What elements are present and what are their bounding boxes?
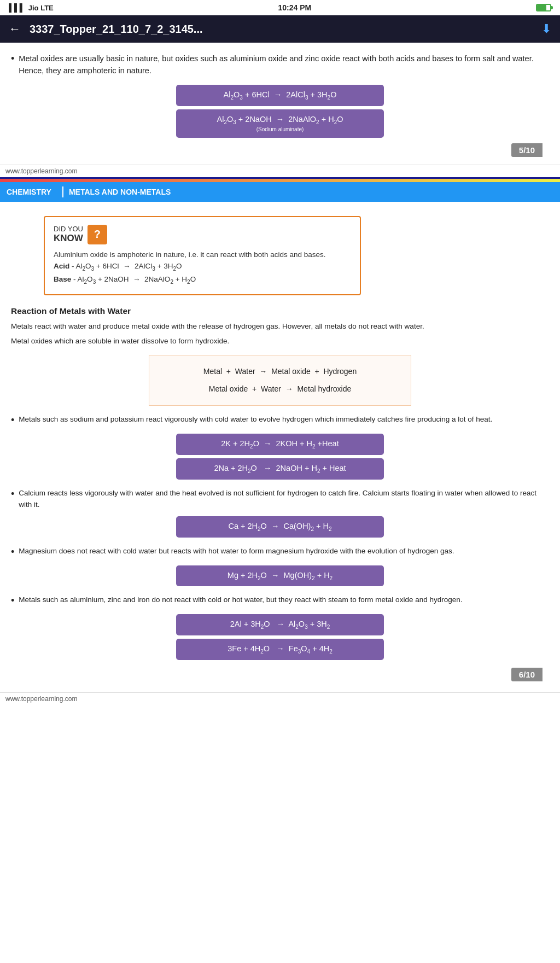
did-you-know-box: DID YOU KNOW ? Aluminium oxide is amphot… [44,216,361,295]
reaction-row-1-text: Metal + Water → Metal oxide + Hydrogen [203,364,357,379]
document-title: 3337_Topper_21_110_7_2_3145... [30,23,533,36]
bullet-dot-3: • [11,544,14,560]
equation-box-1: Al2O3 + 6HCl → 2AlCl3 + 3H2O [176,85,384,106]
chapter-subject: CHEMISTRY [7,188,57,196]
page-number-2: 6/10 [511,668,542,681]
dyk-question-icon: ? [88,225,107,244]
bullet-dot-2: • [11,486,14,511]
bullet-text-4: Metals such as aluminium, zinc and iron … [19,594,462,609]
equation-mg: Mg + 2H2O → Mg(OH)2 + H2 [176,565,384,587]
bullet-section-1: • Metals such as sodium and potassium re… [11,413,549,428]
dyk-header: DID YOU KNOW ? [54,225,351,244]
bullet-section-3: • Magnesium does not react with cold wat… [11,545,549,560]
section-content: DID YOU KNOW ? Aluminium oxide is amphot… [0,202,560,692]
download-button[interactable]: ⬇ [541,22,551,36]
top-bullet-item: • Metal oxides are usually basic in natu… [11,52,549,77]
signal-icon: ▌▌▌ [9,3,25,12]
reaction-row-2-text: Metal oxide + Water → Metal hydroxide [209,382,352,396]
dyk-line1: DID YOU [54,225,83,233]
carrier-label: Jio LTE [28,4,54,12]
chapter-topic: METALS AND NON-METALS [69,188,171,196]
bullet-text-2: Calcium reacts less vigorously with wate… [19,487,549,511]
battery-fill [537,5,546,10]
top-bullet-text: Metal oxides are usually basic in nature… [19,52,549,77]
reaction-heading: Reaction of Metals with Water [11,306,549,316]
chapter-header: CHEMISTRY METALS AND NON-METALS [0,182,560,202]
top-content-area: • Metal oxides are usually basic in natu… [0,43,560,165]
bullet-section-4: • Metals such as aluminium, zinc and iro… [11,594,549,609]
equation-ca: Ca + 2H2O → Ca(OH)2 + H2 [176,516,384,538]
back-button[interactable]: ← [9,22,21,36]
dyk-question-mark-text: ? [94,226,101,243]
dyk-base-line: Base - Al2O3 + 2NaOH → 2NaAlO2 + H2O [54,275,196,283]
reaction-row-2: Metal oxide + Water → Metal hydroxide [160,382,400,396]
status-left: ▌▌▌ Jio LTE [9,3,54,12]
battery-icon [536,4,551,11]
page-number-1: 5/10 [511,143,542,157]
website-bar-top: www.topperlearning.com [0,165,560,179]
status-right [536,4,551,11]
reaction-row-1: Metal + Water → Metal oxide + Hydrogen [160,364,400,379]
app-header: ← 3337_Topper_21_110_7_2_3145... ⬇ [0,15,560,43]
dyk-line2: KNOW [54,233,83,243]
dyk-acid-line: Acid - Al2O3 + 6HCl → 2AlCl3 + 3H2O [54,262,182,270]
equation-2k: 2K + 2H2O → 2KOH + H2 +Heat [176,434,384,455]
equation-fe: 3Fe + 4H2O → Fe3O4 + 4H2 [176,639,384,660]
equation-al: 2Al + 3H2O → Al2O3 + 3H2 [176,614,384,635]
chapter-divider [62,186,63,197]
time-label: 10:24 PM [278,3,312,12]
status-bar: ▌▌▌ Jio LTE 10:24 PM [0,0,560,15]
page-badge-1: 5/10 [11,141,549,159]
website-url-bottom: www.topperlearning.com [5,695,77,703]
equation-2na: 2Na + 2H2O → 2NaOH + H2 + Heat [176,458,384,480]
bullet-text-1: Metals such as sodium and potassium reac… [19,413,492,428]
website-bar-bottom: www.topperlearning.com [0,692,560,705]
reaction-table: Metal + Water → Metal oxide + Hydrogen M… [149,355,411,406]
reaction-desc-2: Metal oxides which are soluble in water … [11,335,549,347]
website-url-top: www.topperlearning.com [5,167,77,175]
page-badge-2: 6/10 [11,666,549,684]
reaction-desc-1: Metals react with water and produce meta… [11,320,549,332]
equation-box-2: Al2O3 + 2NaOH → 2NaAlO2 + H2O (Sodium al… [176,109,384,138]
bullet-dot-4: • [11,593,14,609]
bullet-dot: • [11,51,14,77]
dyk-title: DID YOU KNOW [54,225,83,244]
dyk-body-main: Aluminium oxide is amphoteric in nature,… [54,250,326,259]
dyk-body-text: Aluminium oxide is amphoteric in nature,… [54,249,351,287]
bullet-text-3: Magnesium does not react with cold water… [19,545,454,560]
bullet-section-2: • Calcium reacts less vigorously with wa… [11,487,549,511]
bullet-dot-1: • [11,412,14,428]
equation-sublabel: (Sodium aluminate) [187,126,373,132]
